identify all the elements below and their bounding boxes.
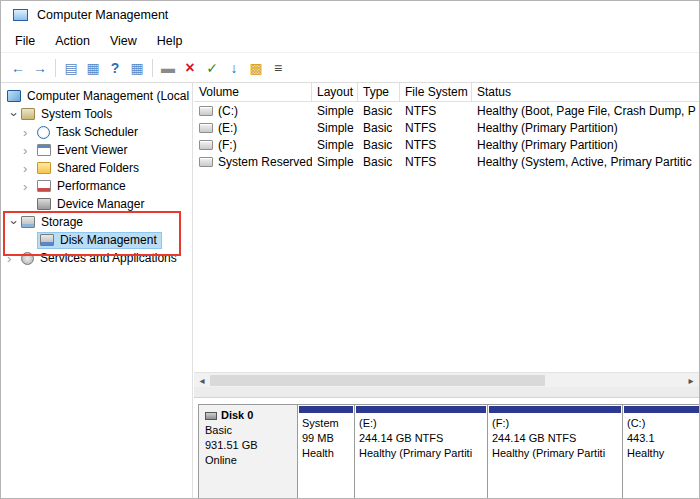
graphical-view: Disk 0 Basic 931.51 GB Online System 99 … xyxy=(194,398,699,498)
primary-partition-stripe xyxy=(489,406,621,413)
menu-file[interactable]: File xyxy=(5,31,45,51)
volume-layout: Simple xyxy=(312,155,358,169)
partition-size: 443.1 xyxy=(627,431,699,446)
chevron-down-icon[interactable]: › xyxy=(8,215,21,229)
partition-name: (C:) xyxy=(627,416,699,431)
tree-item-system-tools[interactable]: › System Tools xyxy=(1,105,192,123)
volume-type: Basic xyxy=(358,104,400,118)
drive-icon xyxy=(199,106,213,116)
chevron-right-icon[interactable]: › xyxy=(23,180,37,193)
tree-item-label: Performance xyxy=(57,179,126,193)
disk-icon xyxy=(205,412,217,420)
flag-icon[interactable]: ▬ xyxy=(157,57,179,79)
volume-file-system: NTFS xyxy=(400,104,472,118)
primary-partition-stripe xyxy=(299,406,353,413)
volume-name: (F:) xyxy=(218,138,237,152)
disk-management-pane: Volume Layout Type File System Status (C… xyxy=(194,83,699,498)
chevron-right-icon[interactable]: › xyxy=(23,126,37,139)
tree-item-computer-management[interactable]: Computer Management (Local xyxy=(1,87,192,105)
app-icon xyxy=(13,9,28,21)
volume-type: Basic xyxy=(358,155,400,169)
back-icon[interactable]: ← xyxy=(7,57,29,79)
volume-row[interactable]: System Reserved Simple Basic NTFS Health… xyxy=(194,153,699,170)
tree-item-label: Services and Applications xyxy=(40,251,177,265)
partition-size: 99 MB xyxy=(302,431,350,446)
column-header-file-system[interactable]: File System xyxy=(400,83,472,101)
partition-name: System xyxy=(302,416,350,431)
refresh-icon[interactable]: ↓ xyxy=(223,57,245,79)
tree-item-device-manager[interactable]: Device Manager xyxy=(1,195,192,213)
list-view-icon[interactable]: ≡ xyxy=(267,57,289,79)
tree-item-storage[interactable]: › Storage xyxy=(1,213,192,231)
toolbar: ← → ▤ ▦ ? ▦ ▬ × ✓ ↓ ▩ ≡ xyxy=(1,54,699,83)
volume-type: Basic xyxy=(358,121,400,135)
tree-item-disk-management[interactable]: Disk Management xyxy=(1,231,192,249)
scroll-right-icon[interactable]: ▸ xyxy=(683,373,699,388)
tree-item-shared-folders[interactable]: › Shared Folders xyxy=(1,159,192,177)
primary-partition-stripe xyxy=(624,406,699,413)
services-icon xyxy=(21,252,34,265)
volume-layout: Simple xyxy=(312,121,358,135)
menu-help[interactable]: Help xyxy=(147,31,193,51)
computer-management-window: Computer Management File Action View Hel… xyxy=(0,0,700,499)
console-window-icon[interactable]: ▦ xyxy=(82,57,104,79)
chevron-down-icon[interactable]: › xyxy=(8,107,21,121)
partition-status: Health xyxy=(302,446,350,461)
disk-0-info[interactable]: Disk 0 Basic 931.51 GB Online xyxy=(198,404,298,498)
show-console-tree-icon[interactable]: ▦ xyxy=(126,57,148,79)
help-icon[interactable]: ? xyxy=(104,57,126,79)
delete-icon[interactable]: × xyxy=(179,57,201,79)
device-manager-icon xyxy=(37,198,51,210)
menu-action[interactable]: Action xyxy=(45,31,100,51)
column-header-volume[interactable]: Volume xyxy=(194,83,312,101)
storage-icon xyxy=(21,216,35,228)
performance-icon xyxy=(37,180,51,192)
menu-view[interactable]: View xyxy=(100,31,147,51)
volume-file-system: NTFS xyxy=(400,138,472,152)
drive-icon xyxy=(199,123,213,133)
column-header-status[interactable]: Status xyxy=(472,83,699,101)
partition-f[interactable]: (F:) 244.14 GB NTFS Healthy (Primary Par… xyxy=(487,404,623,498)
volume-row[interactable]: (C:) Simple Basic NTFS Healthy (Boot, Pa… xyxy=(194,102,699,119)
volume-row[interactable]: (F:) Simple Basic NTFS Healthy (Primary … xyxy=(194,136,699,153)
toolbar-separator xyxy=(55,59,56,77)
tree-item-performance[interactable]: › Performance xyxy=(1,177,192,195)
pane-splitter[interactable] xyxy=(194,387,699,398)
volume-file-system: NTFS xyxy=(400,121,472,135)
tree-item-label: Event Viewer xyxy=(57,143,127,157)
partition-system-reserved[interactable]: System 99 MB Health xyxy=(297,404,355,498)
partition-status: Healthy (Primary Partiti xyxy=(492,446,618,461)
console-tree: Computer Management (Local › System Tool… xyxy=(1,83,193,498)
partition-e[interactable]: (E:) 244.14 GB NTFS Healthy (Primary Par… xyxy=(354,404,488,498)
disk-management-icon xyxy=(40,234,54,246)
system-tools-icon xyxy=(21,108,35,120)
chevron-right-icon[interactable]: › xyxy=(7,252,21,265)
event-viewer-icon xyxy=(37,144,51,156)
disk-size: 931.51 GB xyxy=(205,438,291,453)
drive-icon xyxy=(199,140,213,150)
column-header-type[interactable]: Type xyxy=(358,83,400,101)
scroll-left-icon[interactable]: ◂ xyxy=(194,373,210,388)
volume-type: Basic xyxy=(358,138,400,152)
export-list-icon[interactable]: ▤ xyxy=(60,57,82,79)
volume-row[interactable]: (E:) Simple Basic NTFS Healthy (Primary … xyxy=(194,119,699,136)
column-header-layout[interactable]: Layout xyxy=(312,83,358,101)
scrollbar-thumb[interactable] xyxy=(210,375,545,386)
disk-0-row: Disk 0 Basic 931.51 GB Online System 99 … xyxy=(198,404,699,498)
tree-item-label: Device Manager xyxy=(57,197,144,211)
chevron-right-icon[interactable]: › xyxy=(23,144,37,157)
tree-item-services-and-applications[interactable]: › Services and Applications xyxy=(1,249,192,267)
new-folder-icon[interactable]: ▩ xyxy=(245,57,267,79)
tree-item-event-viewer[interactable]: › Event Viewer xyxy=(1,141,192,159)
tree-item-task-scheduler[interactable]: › Task Scheduler xyxy=(1,123,192,141)
partition-c[interactable]: (C:) 443.1 Healthy xyxy=(622,404,699,498)
check-icon[interactable]: ✓ xyxy=(201,57,223,79)
disk-name: Disk 0 xyxy=(221,408,253,423)
partition-size: 244.14 GB NTFS xyxy=(492,431,618,446)
chevron-right-icon[interactable]: › xyxy=(23,162,37,175)
window-title: Computer Management xyxy=(37,8,168,22)
forward-icon[interactable]: → xyxy=(29,57,51,79)
computer-icon xyxy=(7,90,21,102)
volume-name: (E:) xyxy=(218,121,237,135)
horizontal-scrollbar[interactable]: ◂ ▸ xyxy=(194,372,699,387)
